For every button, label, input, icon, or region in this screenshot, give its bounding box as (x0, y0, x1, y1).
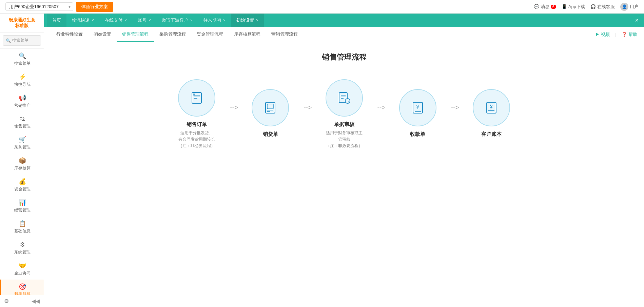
sub-tab-label-inventory-flow: 库存核算流程 (234, 31, 260, 37)
sidebar-item-newbie[interactable]: 🎯新手引导 (0, 280, 44, 295)
sub-tab-label-sales-flow: 销售管理流程 (122, 31, 149, 37)
help-link[interactable]: ❓ 帮助 (622, 32, 637, 38)
sub-tab-initial[interactable]: 初始设置 (88, 27, 117, 42)
step-name-customer-ledger: 客户账本 (481, 131, 502, 138)
page-content: 行业特性设置初始设置销售管理流程采购管理流程资金管理流程库存核算流程营销管理流程… (44, 27, 644, 307)
sidebar-icon-enterprise: 🤝 (19, 262, 26, 269)
sidebar-label-basic-info: 基础信息 (14, 228, 31, 234)
sidebar-item-purchase-mgmt[interactable]: 🛒采购管理 (0, 132, 44, 154)
sub-tab-finance-flow[interactable]: 资金管理流程 (191, 27, 229, 42)
nav-tab-label-account: 账号 (138, 17, 147, 23)
sidebar-item-system[interactable]: ⚙系统管理 (0, 238, 44, 259)
sidebar-icon-quick-nav: ⚡ (19, 73, 26, 81)
nav-tab-close-payment[interactable]: × (124, 18, 127, 23)
sidebar-label-purchase-mgmt: 采购管理 (14, 144, 31, 150)
nav-tab-label-payment: 在线支付 (105, 17, 122, 23)
nav-tab-close-period-init[interactable]: × (223, 18, 226, 23)
sub-tab-industry[interactable]: 行业特性设置 (51, 27, 88, 42)
sidebar-label-operations: 经营管理 (14, 207, 31, 213)
logo-text: 畅康通好生意 标准版 (9, 17, 35, 29)
nav-tab-logistics[interactable]: 物流快递× (66, 14, 99, 27)
nav-tab-label-home: 首页 (52, 17, 61, 23)
sidebar-label-sales-mgmt: 销售管理 (14, 123, 31, 129)
nav-tab-close-account[interactable]: × (149, 18, 151, 23)
user-select-wrap[interactable]: 用户690企业1660120507 (5, 2, 73, 11)
sidebar-label-newbie: 新手引导 (14, 291, 31, 295)
main-layout: 畅康通好生意 标准版 🔍 搜索菜单 🔍搜索菜单⚡快捷导航📢营销推广🛍销售管理🛒采… (0, 14, 644, 307)
top-bar: 用户690企业1660120507 体验行业方案 💬 消息 6 📱 App下载 … (0, 0, 644, 14)
search-menu-btn[interactable]: 🔍 搜索菜单 (3, 35, 41, 46)
sub-tab-sales-flow[interactable]: 销售管理流程 (117, 27, 154, 42)
user-select[interactable]: 用户690企业1660120507 (5, 2, 73, 11)
sidebar-icon-newbie: 🎯 (19, 283, 26, 290)
sidebar-label-quick-nav: 快捷导航 (14, 82, 31, 87)
sidebar-bottom: ⚙ ◀◀ (0, 295, 44, 307)
step-desc-sales-order: 适用于分批发货、有合同发货周期较长（注：非必要流程） (178, 130, 215, 149)
sidebar-search-area[interactable]: 🔍 搜索菜单 (0, 33, 44, 49)
nav-tab-account[interactable]: 账号× (132, 14, 156, 27)
sidebar-item-basic-info[interactable]: 📋基础信息 (0, 217, 44, 238)
app-download-item[interactable]: 📱 App下载 (562, 4, 585, 10)
sidebar-icon-basic-info: 📋 (19, 220, 26, 227)
search-icon: 🔍 (6, 38, 11, 43)
workflow-steps: 销售订单适用于分批发货、有合同发货周期较长（注：非必要流程）- - > 销货单-… (58, 79, 630, 149)
workflow-step-sales-invoice[interactable]: 销货单 (240, 89, 301, 140)
close-all-tabs[interactable]: × (632, 17, 641, 24)
sidebar-item-sales-mgmt[interactable]: 🛍销售管理 (0, 112, 44, 132)
user-item[interactable]: 👤 用户 (620, 3, 639, 11)
sidebar-item-search[interactable]: 🔍搜索菜单 (0, 49, 44, 70)
sidebar-label-enterprise: 企业协同 (14, 270, 31, 276)
headset-icon: 🎧 (590, 4, 596, 9)
sidebar-icon-inventory: 📦 (19, 157, 26, 164)
nav-tab-period-init[interactable]: 往来期初× (198, 14, 231, 27)
sidebar-item-quick-nav[interactable]: ⚡快捷导航 (0, 70, 44, 91)
message-icon: 💬 (534, 4, 539, 9)
step-name-doc-review: 单据审核 (334, 121, 354, 128)
sidebar-icon-search: 🔍 (19, 52, 26, 60)
sidebar-label-search: 搜索菜单 (14, 61, 31, 66)
workflow-step-receipt[interactable]: ¥ 收款单 (387, 89, 448, 140)
sub-tabs-right: ▶ 视频 | ❓ 帮助 (595, 32, 637, 38)
download-icon: 📱 (562, 4, 567, 9)
nav-tab-initial-setup[interactable]: 初始设置× (231, 14, 264, 27)
nav-tabs: 首页物流快递×在线支付×账号×邀请下游客户×往来期初×初始设置×× (44, 14, 644, 27)
video-link[interactable]: ▶ 视频 (595, 32, 610, 38)
message-item[interactable]: 💬 消息 6 (534, 4, 556, 10)
sidebar-item-marketing-promo[interactable]: 📢营销推广 (0, 91, 44, 112)
trial-btn[interactable]: 体验行业方案 (76, 2, 113, 12)
nav-tab-close-initial-setup[interactable]: × (256, 18, 258, 23)
sidebar: 畅康通好生意 标准版 🔍 搜索菜单 🔍搜索菜单⚡快捷导航📢营销推广🛍销售管理🛒采… (0, 14, 44, 307)
sub-tab-inventory-flow[interactable]: 库存核算流程 (229, 27, 266, 42)
online-service-item[interactable]: 🎧 在线客服 (590, 4, 615, 10)
sidebar-label-inventory: 库存核算 (14, 165, 31, 171)
sidebar-icon-system: ⚙ (20, 241, 25, 248)
nav-tab-close-logistics[interactable]: × (92, 18, 94, 23)
svg-rect-6 (267, 104, 273, 109)
sidebar-item-operations[interactable]: 📊经营管理 (0, 196, 44, 217)
sidebar-item-enterprise[interactable]: 🤝企业协同 (0, 259, 44, 280)
workflow-step-sales-order[interactable]: 销售订单适用于分批发货、有合同发货周期较长（注：非必要流程） (166, 79, 227, 149)
settings-icon[interactable]: ⚙ (4, 298, 9, 304)
sub-tab-marketing-flow[interactable]: 营销管理流程 (266, 27, 303, 42)
collapse-icon[interactable]: ◀◀ (32, 298, 40, 304)
svg-rect-4 (193, 94, 195, 95)
sidebar-icon-operations: 📊 (19, 199, 26, 206)
nav-tab-home[interactable]: 首页 (47, 14, 66, 27)
sidebar-item-finance[interactable]: 💰资金管理 (0, 175, 44, 196)
workflow-step-customer-ledger[interactable]: ¥ 客户账本 (461, 89, 522, 140)
sidebar-label-system: 系统管理 (14, 249, 31, 255)
step-circle-receipt: ¥ (399, 89, 436, 126)
sidebar-icon-marketing-promo: 📢 (19, 94, 26, 102)
nav-tab-label-period-init: 往来期初 (203, 17, 221, 23)
sidebar-item-inventory[interactable]: 📦库存核算 (0, 154, 44, 175)
nav-tab-invite-customers[interactable]: 邀请下游客户× (156, 14, 198, 27)
step-name-sales-order: 销售订单 (187, 121, 207, 128)
nav-tab-close-invite-customers[interactable]: × (190, 18, 193, 23)
nav-tab-payment[interactable]: 在线支付× (99, 14, 132, 27)
sub-tab-label-industry: 行业特性设置 (56, 31, 83, 37)
workflow-step-doc-review[interactable]: 单据审核适用于财务审核或主管审核（注：非必要流程） (314, 79, 375, 149)
sub-tab-purchase-flow[interactable]: 采购管理流程 (154, 27, 191, 42)
workflow-arrow-0: - - > (230, 103, 237, 125)
top-bar-right: 💬 消息 6 📱 App下载 🎧 在线客服 👤 用户 (534, 3, 639, 11)
avatar: 👤 (620, 3, 628, 11)
